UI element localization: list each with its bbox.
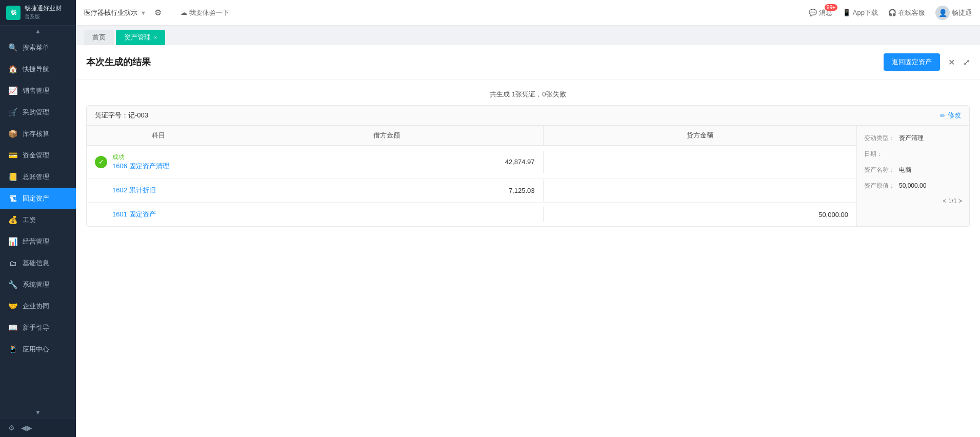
message-icon: 💬 xyxy=(809,9,817,16)
return-button[interactable]: 返回固定资产 xyxy=(884,53,940,71)
sidebar-item-label: 固定资产 xyxy=(23,194,49,203)
settings-icon[interactable]: ⚙ xyxy=(154,8,162,17)
management-icon: 📊 xyxy=(8,237,17,246)
edit-icon: ✏ xyxy=(940,112,946,120)
sales-icon: 📈 xyxy=(8,86,17,95)
sidebar-item-salary[interactable]: 💰 工资 xyxy=(0,209,76,231)
sidebar-item-label: 快捷导航 xyxy=(23,65,49,74)
row-2-account: 1602 累计折旧 xyxy=(87,178,230,202)
tab-home[interactable]: 首页 xyxy=(84,30,114,45)
sidebar-item-app-center[interactable]: 📱 应用中心 xyxy=(0,339,76,360)
info-asset-value: 资产原值： 50,000.00 xyxy=(864,182,962,190)
expand-icon[interactable]: ⤢ xyxy=(963,57,970,67)
sidebar-item-enterprise[interactable]: 🤝 企业协同 xyxy=(0,295,76,317)
avatar: 👤 xyxy=(935,6,950,20)
page-info: 1/1 xyxy=(948,197,958,205)
sidebar-scroll-up[interactable]: ▲ xyxy=(0,26,76,37)
sidebar-item-management[interactable]: 📊 经营管理 xyxy=(0,231,76,252)
col-header-credit: 贷方金额 xyxy=(544,126,857,145)
app-center-icon: 📱 xyxy=(8,345,17,354)
search-icon: 🔍 xyxy=(8,43,17,52)
pagination: < 1/1 > xyxy=(864,197,962,205)
sidebar-item-search[interactable]: 🔍 搜索菜单 xyxy=(0,37,76,58)
sidebar-item-label: 经营管理 xyxy=(23,237,49,246)
company-selector[interactable]: 医疗器械行业演示 ▼ xyxy=(84,8,146,17)
voucher-info-panel: 变动类型： 资产清理 日期： 资产名称： 电脑 xyxy=(856,126,969,226)
account-link[interactable]: 1601 固定资产 xyxy=(112,210,156,219)
salary-icon: 💰 xyxy=(8,215,17,225)
sidebar-item-label: 销售管理 xyxy=(23,86,49,95)
brand-name: 畅捷通好业财 xyxy=(25,5,62,13)
sidebar-item-quick-nav[interactable]: 🏠 快捷导航 xyxy=(0,58,76,80)
sidebar-item-label: 总账管理 xyxy=(23,172,49,182)
tab-bar: 首页 资产管理 × xyxy=(76,26,980,45)
app-download-btn[interactable]: 📱 App下载 xyxy=(843,8,878,17)
cloud-icon: ☁ xyxy=(181,9,187,16)
status-badge: 成功 xyxy=(112,153,169,162)
service-icon: 🎧 xyxy=(888,9,896,16)
nav-divider xyxy=(171,8,171,18)
sidebar-item-funds[interactable]: 💳 资金管理 xyxy=(0,145,76,166)
message-btn[interactable]: 💬 消息 99+ xyxy=(809,8,832,17)
tab-close-icon[interactable]: × xyxy=(154,34,157,41)
edit-label: 修改 xyxy=(948,111,961,120)
voucher-card-header: 凭证字号：记-003 ✏ 修改 xyxy=(87,106,969,126)
row-3-account: 1601 固定资产 xyxy=(87,203,230,226)
edit-button[interactable]: ✏ 修改 xyxy=(940,111,961,120)
collapse-icon[interactable]: ◀▶ xyxy=(21,424,32,432)
row-3-debit xyxy=(230,207,544,222)
status-labels: 成功 1606 固定资产清理 xyxy=(112,153,169,171)
experience-btn[interactable]: ☁ 我要体验一下 xyxy=(181,8,229,17)
prev-page[interactable]: < xyxy=(943,197,947,205)
voucher-number: 凭证字号：记-003 xyxy=(95,111,148,120)
next-page[interactable]: > xyxy=(958,197,962,205)
table-row: ✓ 成功 1606 固定资产清理 42,874.97 xyxy=(87,146,856,178)
close-icon[interactable]: ✕ xyxy=(948,57,955,67)
tab-asset-management[interactable]: 资产管理 × xyxy=(116,30,165,45)
col-header-debit: 借方金额 xyxy=(230,126,544,145)
tab-asset-management-label: 资产管理 xyxy=(124,33,151,42)
user-avatar-btn[interactable]: 👤 畅捷通 xyxy=(935,6,972,20)
user-name: 畅捷通 xyxy=(952,8,972,17)
sidebar-item-label: 工资 xyxy=(23,215,36,225)
enterprise-icon: 🤝 xyxy=(8,302,17,311)
info-change-type: 变动类型： 资产清理 xyxy=(864,134,962,143)
success-icon: ✓ xyxy=(95,156,107,168)
voucher-main: 科目 借方金额 贷方金额 ✓ 成功 1606 固定资产清 xyxy=(87,126,856,226)
sidebar-item-ledger[interactable]: 📒 总账管理 xyxy=(0,166,76,188)
account-link[interactable]: 1606 固定资产清理 xyxy=(112,162,169,171)
sidebar-item-sales[interactable]: 📈 销售管理 xyxy=(0,80,76,102)
sidebar-item-guide[interactable]: 📖 新手引导 xyxy=(0,317,76,339)
row-3-credit: 50,000.00 xyxy=(544,204,857,226)
info-asset-name: 资产名称： 电脑 xyxy=(864,166,962,174)
sidebar-scroll-down[interactable]: ▼ xyxy=(0,407,76,418)
edition-label: 普及版 xyxy=(25,13,62,21)
sidebar-item-label: 库存核算 xyxy=(23,129,49,138)
sidebar-item-purchase[interactable]: 🛒 采购管理 xyxy=(0,102,76,123)
brand-info: 畅捷通好业财 普及版 xyxy=(25,5,62,21)
topnav-right: 💬 消息 99+ 📱 App下载 🎧 在线客服 👤 畅捷通 xyxy=(809,6,972,20)
row-1-account: ✓ 成功 1606 固定资产清理 xyxy=(87,146,230,178)
online-service-btn[interactable]: 🎧 在线客服 xyxy=(888,8,925,17)
sidebar-item-label: 应用中心 xyxy=(23,345,49,354)
sidebar-header: 畅 畅捷通好业财 普及版 xyxy=(0,0,76,26)
result-summary: 共生成 1张凭证，0张失败 xyxy=(76,80,980,105)
quick-nav-icon: 🏠 xyxy=(8,65,17,74)
guide-icon: 📖 xyxy=(8,323,17,332)
online-service-label: 在线客服 xyxy=(898,8,925,17)
date-label: 日期： xyxy=(864,150,883,158)
sidebar-item-basic-info[interactable]: 🗂 基础信息 xyxy=(0,252,76,274)
asset-value-label: 资产原值： xyxy=(864,182,895,190)
table-row: 1602 累计折旧 7,125.03 xyxy=(87,178,856,203)
content-area: 首页 资产管理 × 本次生成的结果 返回固定资产 ✕ ⤢ 共生成 1张凭证，0张… xyxy=(76,26,980,437)
sidebar: 畅 畅捷通好业财 普及版 ▲ 🔍 搜索菜单 🏠 快捷导航 📈 销售管理 🛒 采购… xyxy=(0,0,76,437)
sidebar-item-fixed-assets[interactable]: 🏗 固定资产 xyxy=(0,188,76,209)
chevron-down-icon: ▼ xyxy=(141,10,146,16)
sidebar-item-system[interactable]: 🔧 系统管理 xyxy=(0,274,76,295)
sidebar-item-inventory[interactable]: 📦 库存核算 xyxy=(0,123,76,145)
row-2-debit: 7,125.03 xyxy=(230,180,544,202)
page-content: 本次生成的结果 返回固定资产 ✕ ⤢ 共生成 1张凭证，0张失败 凭证字号：记-… xyxy=(76,45,980,437)
settings-footer-icon[interactable]: ⚙ xyxy=(8,424,15,432)
account-link[interactable]: 1602 累计折旧 xyxy=(112,186,156,195)
change-type-label: 变动类型： xyxy=(864,134,895,143)
